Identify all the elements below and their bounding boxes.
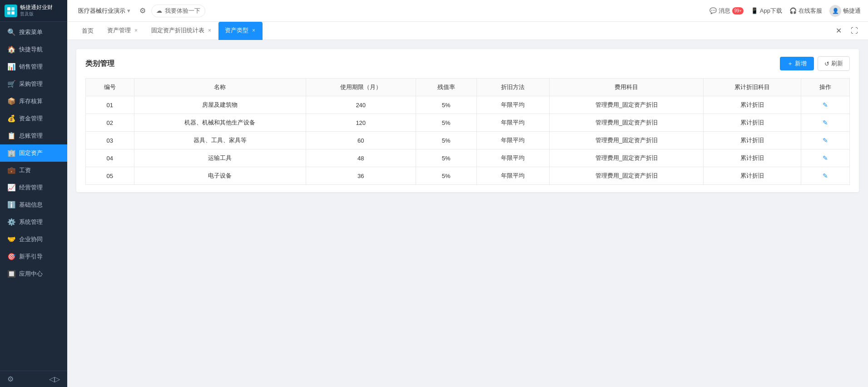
sidebar-item-label: 新手引导 [19,253,43,261]
cell-accum[interactable]: 累计折旧 [704,114,801,132]
tab-1[interactable]: 资产管理× [101,22,145,40]
appcenter-icon: 🔲 [7,270,15,278]
cell-id: 05 [86,167,134,185]
expand-icon[interactable]: ⛶ [848,26,861,36]
sidebar-nav: 🔍 搜索菜单 🏠 快捷导航 📊 销售管理 🛒 采购管理 📦 库存核算 💰 资金管… [0,22,67,371]
app-download-action[interactable]: 📱 App下载 [751,7,782,15]
tab-close-icon[interactable]: × [251,27,256,34]
tab-home[interactable]: 首页 [74,22,101,40]
cell-accum[interactable]: 累计折旧 [704,149,801,167]
settings-icon[interactable]: ⚙ [7,375,14,383]
svg-rect-2 [7,11,10,15]
sidebar-item-label: 经营管理 [19,184,43,192]
sidebar-item-corpcolab[interactable]: 🤝 企业协同 [0,231,67,248]
sidebar-item-payroll[interactable]: 💼 工资 [0,162,67,179]
sidebar-item-capital[interactable]: 💰 资金管理 [0,110,67,127]
cell-period: 120 [306,114,416,132]
cell-residual: 5% [416,114,476,132]
experience-button[interactable]: ☁ 我要体验一下 [151,5,205,17]
sidebar-item-label: 工资 [19,166,31,174]
app-version: 普及版 [20,11,53,17]
quicknav-icon: 🏠 [7,45,15,54]
message-action[interactable]: 💬 消息 99+ [709,7,743,15]
tab-2[interactable]: 固定资产折旧统计表× [145,22,218,40]
sidebar-item-inventory[interactable]: 📦 库存核算 [0,93,67,110]
tab-3[interactable]: 资产类型× [218,22,263,40]
cell-method: 年限平均 [476,167,550,185]
sidebar-item-basicinfo[interactable]: ℹ️ 基础信息 [0,196,67,213]
message-badge: 99+ [732,7,743,15]
collapse-icon[interactable]: ◁▷ [49,375,60,383]
svg-rect-3 [11,11,15,15]
new-button[interactable]: ＋ 新增 [780,57,814,70]
edit-icon[interactable]: ✎ [823,137,828,144]
settings-gear-icon[interactable]: ⚙ [138,5,148,17]
sidebar-item-sales[interactable]: 📊 销售管理 [0,58,67,75]
sidebar-item-fixedasset[interactable]: 🏢 固定资产 [0,144,67,162]
sidebar-item-sysmanage[interactable]: ⚙️ 系统管理 [0,213,67,231]
tab-label: 固定资产折旧统计表 [151,26,204,35]
cell-expense[interactable]: 管理费用_固定资产折旧 [550,114,704,132]
search-icon: 🔍 [7,28,15,36]
capital-icon: 💰 [7,114,15,123]
tab-close-icon[interactable]: × [207,27,212,34]
refresh-button[interactable]: ↺ 刷新 [818,56,850,71]
inventory-icon: 📦 [7,97,15,105]
cell-action: ✎ [801,132,850,149]
cloud-icon: ☁ [156,7,162,14]
cell-expense[interactable]: 管理费用_固定资产折旧 [550,132,704,149]
main-area: 医疗器械行业演示 ▾ ⚙ ☁ 我要体验一下 💬 消息 99+ 📱 App下载 [67,0,868,387]
purchase-icon: 🛒 [7,80,15,88]
cell-expense[interactable]: 管理费用_固定资产折旧 [550,167,704,185]
app-name: 畅捷通好业财 [20,4,53,11]
sidebar-item-operations[interactable]: 📈 经营管理 [0,179,67,196]
company-selector[interactable]: 医疗器械行业演示 ▾ [74,5,134,17]
sidebar-item-label: 总账管理 [19,132,43,140]
edit-icon[interactable]: ✎ [823,172,828,179]
sidebar-item-quicknav[interactable]: 🏠 快捷导航 [0,41,67,58]
phone-icon: 📱 [751,7,758,14]
cell-accum[interactable]: 累计折旧 [704,96,801,114]
sidebar-item-label: 搜索菜单 [19,28,43,36]
sidebar-item-ledger[interactable]: 📋 总账管理 [0,127,67,144]
cell-period: 36 [306,167,416,185]
table-col-header: 操作 [801,79,850,96]
sidebar-item-label: 快捷导航 [19,45,43,54]
sidebar-item-appcenter[interactable]: 🔲 应用中心 [0,265,67,283]
refresh-label: 刷新 [831,60,843,68]
cell-action: ✎ [801,149,850,167]
edit-icon[interactable]: ✎ [823,154,828,162]
sidebar-item-label: 销售管理 [19,63,43,71]
cell-residual: 5% [416,132,476,149]
cell-residual: 5% [416,149,476,167]
cell-method: 年限平均 [476,132,550,149]
online-service-action[interactable]: 🎧 在线客服 [789,7,822,15]
sales-icon: 📊 [7,63,15,71]
cell-id: 02 [86,114,134,132]
sidebar-item-search[interactable]: 🔍 搜索菜单 [0,24,67,41]
edit-icon[interactable]: ✎ [823,101,828,109]
sidebar-item-label: 企业协同 [19,235,43,243]
content-card: 类别管理 ＋ 新增 ↺ 刷新 编号名称使用期限（月）残值率折旧方法费用科目累计折… [76,49,859,192]
plus-icon: ＋ [787,60,793,68]
cell-action: ✎ [801,114,850,132]
cell-accum[interactable]: 累计折旧 [704,167,801,185]
table-row: 02 机器、机械和其他生产设备 120 5% 年限平均 管理费用_固定资产折旧 … [86,114,850,132]
edit-icon[interactable]: ✎ [823,119,828,126]
app-logo-icon [5,5,17,17]
cell-accum[interactable]: 累计折旧 [704,132,801,149]
sidebar-item-label: 库存核算 [19,97,43,105]
tab-close-icon[interactable]: × [134,27,139,34]
table-row: 04 运输工具 48 5% 年限平均 管理费用_固定资产折旧 累计折旧 ✎ [86,149,850,167]
user-action[interactable]: 👤 畅捷通 [829,5,861,17]
cell-action: ✎ [801,96,850,114]
dropdown-icon: ▾ [127,7,130,14]
cell-expense[interactable]: 管理费用_固定资产折旧 [550,149,704,167]
sidebar-item-guide[interactable]: 🎯 新手引导 [0,248,67,265]
topbar-left: 医疗器械行业演示 ▾ ⚙ ☁ 我要体验一下 [74,5,205,17]
close-tab-icon[interactable]: ✕ [833,25,844,36]
message-icon: 💬 [709,7,717,14]
tab-container: 首页资产管理×固定资产折旧统计表×资产类型× [74,22,263,40]
sidebar-item-purchase[interactable]: 🛒 采购管理 [0,75,67,93]
cell-expense[interactable]: 管理费用_固定资产折旧 [550,96,704,114]
